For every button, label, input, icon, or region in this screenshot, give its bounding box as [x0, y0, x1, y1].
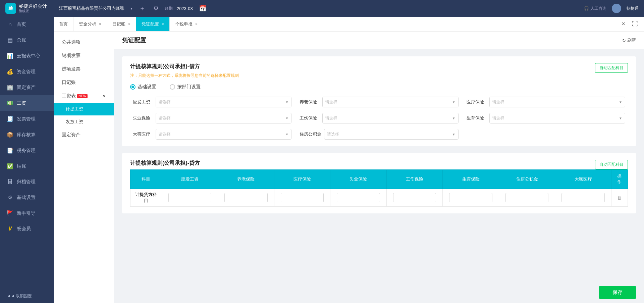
- debit-radio-group: 基础设置 按部门设置: [130, 84, 628, 90]
- col-action: 操作: [611, 170, 628, 189]
- sidebar-item-guide[interactable]: 🚩 新手引导: [0, 205, 54, 221]
- sidebar-item-funds[interactable]: 💰 资金管理: [0, 64, 54, 80]
- sidebar-item-tax[interactable]: 📑 税务管理: [0, 143, 54, 158]
- field-maternity: 生育保险 请选择 ▼: [467, 113, 625, 123]
- radio-dept[interactable]: 按部门设置: [170, 84, 201, 90]
- select-unemployment[interactable]: 请选择 ▼: [156, 113, 291, 123]
- debit-section-note: 注：只能选择一种方式，系统将按照您当前的选择来配置规则: [130, 73, 628, 79]
- left-nav-sales[interactable]: 销项发票: [54, 49, 114, 62]
- select-medical[interactable]: 请选择 ▼: [489, 97, 625, 107]
- service-btn[interactable]: 🎧 人工咨询: [584, 6, 606, 11]
- col-medical: 医疗保险: [274, 170, 330, 189]
- tab-home[interactable]: 首页: [54, 17, 73, 31]
- settle-icon: ✅: [7, 163, 13, 169]
- main-section: 凭证配置 ↻ 刷新 自动匹配科目 计提核算规则(公司承担)-借方 注：只能选择一…: [114, 32, 644, 303]
- debit-auto-match-btn[interactable]: 自动匹配科目: [595, 63, 628, 73]
- tab-expand-btn[interactable]: ⛶: [630, 19, 640, 29]
- select-medical-placeholder: 请选择: [492, 99, 504, 105]
- left-nav-calc-salary[interactable]: 计提工资: [54, 103, 114, 115]
- funds-icon: 💰: [7, 68, 13, 75]
- sidebar-label-reports: 云报表中心: [17, 53, 40, 59]
- sidebar-item-home[interactable]: ⌂ 首页: [0, 17, 54, 32]
- chevron-down-icon-3: ▼: [619, 100, 622, 104]
- sidebar-item-settings[interactable]: ⚙ 基础设置: [0, 190, 54, 205]
- select-housing-fund-placeholder: 请选择: [327, 132, 339, 137]
- input-large-medical[interactable]: [561, 193, 604, 202]
- cell-subject-label: 计提贷方科目: [130, 189, 162, 207]
- input-housing-fund[interactable]: [505, 193, 548, 202]
- left-nav-public[interactable]: 公共选项: [54, 36, 114, 49]
- radio-basic[interactable]: 基础设置: [130, 84, 156, 90]
- cancel-fixed-btn[interactable]: ◄◄ 取消固定: [0, 289, 54, 303]
- left-nav-pay-salary[interactable]: 发放工资: [54, 115, 114, 128]
- content-area: 首页 资金分析 × 日记账 × 凭证配置 × 个税申报 × × ⛶: [54, 17, 644, 303]
- delete-icon[interactable]: 🗑: [617, 195, 622, 200]
- sidebar-item-settle[interactable]: ✅ 结账: [0, 158, 54, 174]
- sidebar-item-invoice[interactable]: 🧾 发票管理: [0, 111, 54, 127]
- tab-voucher[interactable]: 凭证配置 ×: [136, 17, 170, 31]
- input-work-injury[interactable]: [393, 193, 436, 202]
- save-btn[interactable]: 保存: [599, 286, 636, 299]
- left-nav-salary-table[interactable]: 工资表NEW ∨: [54, 89, 114, 103]
- sidebar-item-ledger[interactable]: ▤ 总账: [0, 32, 54, 48]
- input-medical[interactable]: [281, 193, 324, 202]
- company-dropdown-arrow[interactable]: ▼: [130, 7, 133, 10]
- sidebar-item-salary[interactable]: 💵 工资: [0, 95, 54, 111]
- sidebar-item-archive[interactable]: 🗄 归档管理: [0, 174, 54, 190]
- cell-housing-fund: [499, 189, 555, 207]
- left-nav-journal[interactable]: 日记账: [54, 76, 114, 89]
- radio-basic-circle: [130, 84, 136, 90]
- debit-form-grid: 应发工资 请选择 ▼ 养老保险 请选择 ▼: [130, 97, 628, 140]
- input-apply-salary[interactable]: [168, 193, 211, 202]
- col-unemployment: 失业保险: [330, 170, 387, 189]
- tab-tax[interactable]: 个税申报 ×: [170, 17, 203, 31]
- input-unemployment[interactable]: [337, 193, 380, 202]
- input-maternity[interactable]: [449, 193, 492, 202]
- select-apply-salary[interactable]: 请选择 ▼: [156, 97, 291, 107]
- calendar-icon[interactable]: 📅: [197, 3, 208, 13]
- left-nav-purchase[interactable]: 进项发票: [54, 62, 114, 76]
- add-company-btn[interactable]: ＋: [137, 3, 147, 14]
- username: 畅捷通: [627, 6, 639, 11]
- tab-journal-close[interactable]: ×: [128, 22, 130, 27]
- archive-icon: 🗄: [7, 179, 13, 185]
- sidebar-label-settings: 基础设置: [17, 195, 36, 201]
- tab-close-all-btn[interactable]: ×: [620, 19, 627, 29]
- tab-journal[interactable]: 日记账 ×: [107, 17, 136, 31]
- tab-voucher-close[interactable]: ×: [162, 22, 164, 27]
- field-pension: 养老保险 请选择 ▼: [300, 97, 458, 107]
- select-work-injury[interactable]: 请选择 ▼: [322, 113, 458, 123]
- field-housing-fund: 住房公积金 请选择 ▼: [300, 129, 458, 140]
- company-name[interactable]: 江西服宝精品有限责任公司内账张: [59, 5, 124, 11]
- chevron-down-icon-5: ▼: [452, 116, 455, 120]
- credit-section-title: 计提核算规则(公司承担)-贷方: [130, 160, 628, 167]
- sidebar-label-archive: 归档管理: [17, 179, 36, 185]
- input-pension[interactable]: [224, 193, 267, 202]
- sidebar-item-reports[interactable]: 📊 云报表中心: [0, 48, 54, 64]
- select-maternity[interactable]: 请选择 ▼: [489, 113, 625, 123]
- tab-tax-close[interactable]: ×: [195, 22, 198, 27]
- settings-btn[interactable]: ⚙: [151, 3, 161, 13]
- sidebar-label-guide: 新手引导: [17, 210, 36, 216]
- cell-apply-salary: [162, 189, 218, 207]
- guide-icon: 🚩: [7, 210, 13, 216]
- left-nav-fixed-assets[interactable]: 固定资产: [54, 128, 114, 142]
- refresh-btn[interactable]: ↻ 刷新: [622, 37, 636, 43]
- sidebar-item-inventory[interactable]: 📦 库存核算: [0, 127, 54, 143]
- tab-bar: 首页 资金分析 × 日记账 × 凭证配置 × 个税申报 × × ⛶: [54, 17, 644, 32]
- logo-area: 通 畅捷通好会计 旗舰版: [5, 3, 59, 14]
- content-body: 自动匹配科目 计提核算规则(公司承担)-借方 注：只能选择一种方式，系统将按照您…: [114, 50, 644, 227]
- tab-funds[interactable]: 资金分析 ×: [73, 17, 107, 31]
- credit-auto-match-btn[interactable]: 自动匹配科目: [595, 160, 628, 169]
- tab-funds-close[interactable]: ×: [99, 22, 101, 27]
- col-subject: 科目: [130, 170, 162, 189]
- select-pension[interactable]: 请选择 ▼: [322, 97, 458, 107]
- label-work-injury: 工伤保险: [300, 115, 320, 121]
- select-unemployment-placeholder: 请选择: [159, 115, 171, 121]
- sidebar-item-member[interactable]: V 畅会员: [0, 221, 54, 237]
- page-content: 公共选项 销项发票 进项发票 日记账 工资表NEW ∨ 计提工资 发放工资 固定…: [54, 32, 644, 303]
- select-large-medical[interactable]: 请选择 ▼: [156, 129, 291, 140]
- select-housing-fund[interactable]: 请选择 ▼: [324, 129, 458, 140]
- tab-tax-label: 个税申报: [175, 21, 193, 27]
- sidebar-item-assets[interactable]: 🏢 固定资产: [0, 80, 54, 95]
